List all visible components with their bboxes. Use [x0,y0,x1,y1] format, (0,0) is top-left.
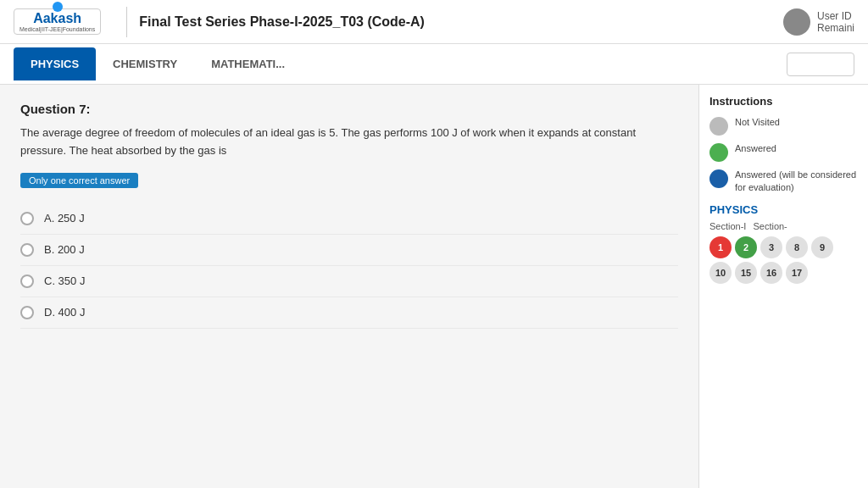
legend-not-visited-text: Not Visited [735,116,780,129]
option-b-label: B. 200 J [44,243,85,256]
header-divider [126,7,127,37]
legend-answered: Answered [709,142,858,162]
tabs-right-box [787,53,854,76]
legend-not-visited: Not Visited [709,116,858,136]
remain-label: Remaini [817,22,854,34]
option-b-row[interactable]: B. 200 J [20,235,678,266]
num-btn-15[interactable]: 15 [735,262,757,284]
user-label: User ID [817,10,854,22]
section-ii-label[interactable]: Section- [753,221,787,231]
section-sublabels: Section-I Section- [709,221,858,231]
num-btn-10[interactable]: 10 [709,262,732,284]
num-btn-8[interactable]: 8 [786,236,808,258]
right-sidebar: Instructions Not Visited Answered Answer… [698,85,868,488]
header-title: Final Test Series Phase-I-2025_T03 (Code… [139,14,783,30]
user-info: User ID Remaini [783,8,854,36]
legend-answered-text: Answered [735,142,776,155]
tabs-bar: PHYSICS CHEMISTRY MATHEMATI... [0,44,868,85]
legend-answered-eval: Answered (will be considered for evaluat… [709,169,858,195]
option-c-row[interactable]: C. 350 J [20,266,678,297]
tab-mathematics[interactable]: MATHEMATI... [194,47,302,80]
logo-sub: Medical|IIT-JEE|Foundations [19,26,95,32]
section-physics-label: PHYSICS [709,203,858,216]
sidebar-instructions: Instructions [709,95,858,108]
logo-area: Aakash Medical|IIT-JEE|Foundations [14,8,101,35]
num-btn-9[interactable]: 9 [811,236,833,258]
num-btn-17[interactable]: 17 [786,262,808,284]
legend-gray-circle [709,117,728,136]
logo-box: Aakash Medical|IIT-JEE|Foundations [14,8,101,35]
main-layout: Question 7: The average degree of freedo… [0,85,868,488]
option-a-radio[interactable] [20,212,34,225]
number-grid: 1 2 3 8 9 10 15 16 17 [709,236,858,284]
option-a-label: A. 250 J [44,212,85,225]
option-c-label: C. 350 J [44,274,85,287]
option-c-radio[interactable] [20,274,34,288]
question-number: Question 7: [20,102,678,116]
option-d-row[interactable]: D. 400 J [20,297,678,329]
option-d-label: D. 400 J [44,306,85,319]
avatar [783,8,810,36]
option-b-radio[interactable] [20,243,34,257]
legend-blue-circle [709,169,728,188]
question-area: Question 7: The average degree of freedo… [0,85,698,488]
num-btn-3[interactable]: 3 [760,236,782,258]
option-a-row[interactable]: A. 250 J [20,203,678,235]
option-d-radio[interactable] [20,306,34,319]
legend-green-circle [709,143,728,162]
logo-name: Aakash [33,11,81,26]
tab-chemistry[interactable]: CHEMISTRY [96,47,194,80]
tab-physics[interactable]: PHYSICS [14,47,96,80]
section-i-label[interactable]: Section-I [709,221,746,231]
num-btn-16[interactable]: 16 [760,262,782,284]
answer-type-badge: Only one correct answer [20,173,138,188]
num-btn-1[interactable]: 1 [709,236,732,258]
header: Aakash Medical|IIT-JEE|Foundations Final… [0,0,868,44]
question-text: The average degree of freedom of molecul… [20,125,678,160]
legend-eval-text: Answered (will be considered for evaluat… [735,169,858,195]
num-btn-2[interactable]: 2 [735,236,757,258]
